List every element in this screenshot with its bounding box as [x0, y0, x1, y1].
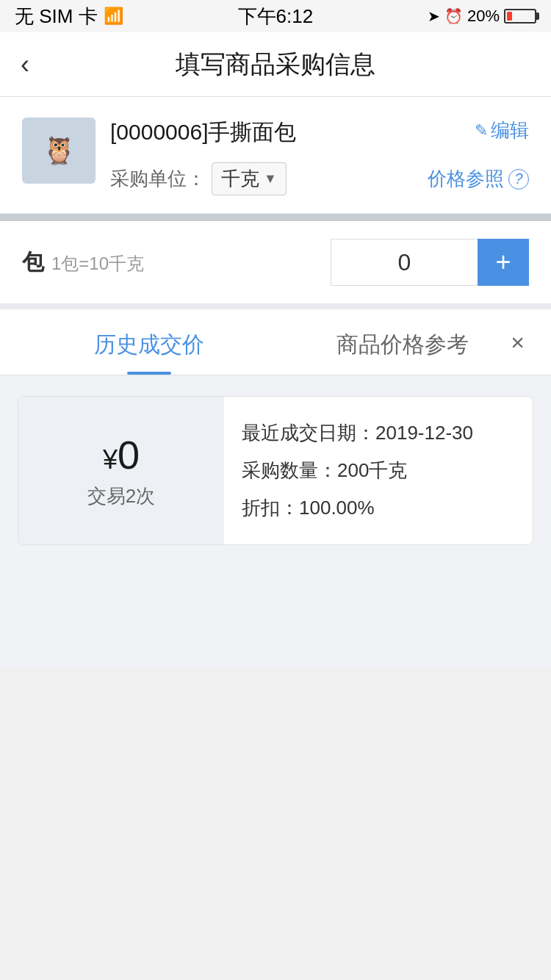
status-time: 下午6:12: [238, 4, 314, 29]
battery-container: [504, 9, 536, 24]
quantity-row: 包 1包=10千克 0 +: [0, 221, 551, 309]
quantity-input[interactable]: 0: [331, 239, 478, 286]
history-price-display: ¥0: [103, 432, 140, 478]
purchase-qty-label: 采购数量：: [242, 459, 337, 481]
product-header: [0000006]手撕面包 ✎ 编辑: [110, 118, 529, 148]
purchase-qty-row: 采购数量：200千克: [242, 458, 515, 483]
history-details-section: 最近成交日期：2019-12-30 采购数量：200千克 折扣：100.00%: [224, 397, 533, 544]
unit-value: 千克: [221, 166, 259, 192]
discount-value: 100.00%: [299, 497, 375, 519]
quantity-value: 0: [398, 249, 411, 276]
tab-product-label: 商品价格参考: [336, 332, 469, 356]
discount-label: 折扣：: [242, 497, 299, 519]
history-price-value: 0: [118, 433, 140, 477]
quantity-input-group: 0 +: [331, 239, 529, 286]
page-title: 填写商品采购信息: [176, 48, 375, 82]
edit-icon: ✎: [475, 121, 488, 140]
back-button[interactable]: ‹: [21, 49, 29, 80]
battery-fill: [507, 12, 512, 21]
alarm-icon: ⏰: [444, 7, 463, 25]
sim-label: 无 SIM 卡: [15, 4, 98, 29]
recent-date-row: 最近成交日期：2019-12-30: [242, 420, 515, 446]
history-price-section: ¥0 交易2次: [18, 397, 224, 544]
unit-select-group: 采购单位： 千克 ▼: [110, 162, 287, 195]
recent-date-value: 2019-12-30: [375, 422, 473, 444]
product-thumbnail-icon: 🦉: [43, 135, 76, 166]
product-name: [0000006]手撕面包: [110, 118, 296, 148]
product-thumbnail: 🦉: [22, 118, 96, 184]
quantity-conversion: 1包=10千克: [51, 252, 144, 275]
unit-label: 采购单位：: [110, 166, 206, 192]
unit-select[interactable]: 千克 ▼: [212, 162, 287, 195]
purchase-qty-value: 200千克: [337, 459, 407, 481]
wifi-icon: 📶: [104, 7, 123, 26]
currency-symbol: ¥: [103, 444, 118, 475]
product-card: 🦉 [0000006]手撕面包 ✎ 编辑 采购单位： 千克 ▼ 价格参照 ?: [0, 97, 551, 214]
product-info: [0000006]手撕面包 ✎ 编辑 采购单位： 千克 ▼ 价格参照 ?: [110, 118, 529, 195]
status-left: 无 SIM 卡 📶: [15, 4, 123, 29]
location-icon: ➤: [428, 7, 440, 25]
trade-count: 交易2次: [87, 483, 155, 509]
info-icon: ?: [508, 169, 529, 190]
plus-icon: +: [495, 247, 511, 278]
chevron-down-icon: ▼: [264, 171, 277, 187]
status-right: ➤ ⏰ 20%: [428, 7, 536, 26]
nav-bar: ‹ 填写商品采购信息: [0, 32, 551, 97]
edit-label: 编辑: [491, 118, 529, 143]
edit-button[interactable]: ✎ 编辑: [475, 118, 529, 143]
back-icon: ‹: [21, 49, 29, 80]
close-icon: ×: [511, 328, 525, 355]
tab-history-price[interactable]: 历史成交价: [22, 309, 276, 375]
status-bar: 无 SIM 卡 📶 下午6:12 ➤ ⏰ 20%: [0, 0, 551, 32]
tab-close-button[interactable]: ×: [505, 323, 530, 361]
tab-product-price-ref[interactable]: 商品价格参考: [276, 309, 529, 375]
history-card: ¥0 交易2次 最近成交日期：2019-12-30 采购数量：200千克 折扣：…: [18, 396, 533, 545]
product-unit-row: 采购单位： 千克 ▼ 价格参照 ?: [110, 162, 529, 195]
battery-percent: 20%: [467, 7, 500, 26]
section-divider: [0, 214, 551, 221]
tab-history-label: 历史成交价: [94, 332, 204, 356]
price-ref-button[interactable]: 价格参照 ?: [428, 166, 529, 192]
battery-bar: [504, 9, 536, 24]
quantity-plus-button[interactable]: +: [478, 239, 529, 286]
quantity-unit: 包: [22, 248, 44, 278]
content-area: ¥0 交易2次 最近成交日期：2019-12-30 采购数量：200千克 折扣：…: [0, 375, 551, 669]
price-ref-label: 价格参照: [428, 166, 504, 192]
recent-date-label: 最近成交日期：: [242, 422, 375, 444]
tabs-container: 历史成交价 商品价格参考 ×: [0, 309, 551, 375]
discount-row: 折扣：100.00%: [242, 495, 515, 521]
quantity-label-group: 包 1包=10千克: [22, 248, 144, 278]
